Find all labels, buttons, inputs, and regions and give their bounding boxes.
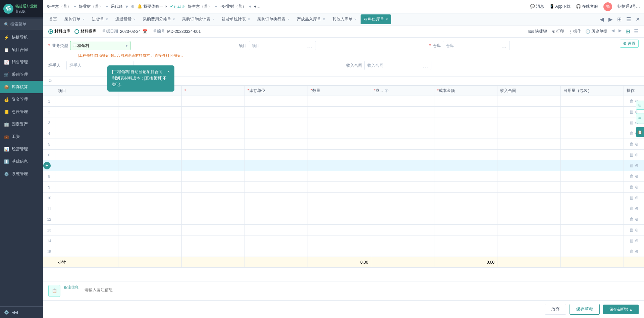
sidebar-item-salary[interactable]: 💼 工资 bbox=[0, 130, 43, 143]
radio-material-out[interactable]: 材料出库 bbox=[48, 29, 70, 34]
warehouse-input[interactable]: 仓库 … bbox=[443, 41, 510, 50]
list-view-btn[interactable]: ☰ bbox=[634, 28, 639, 35]
row-1-unit[interactable] bbox=[245, 96, 308, 107]
user-avatar[interactable]: 畅 bbox=[603, 2, 612, 11]
warehouse-dots-icon[interactable]: … bbox=[501, 42, 507, 49]
table-view-btn[interactable]: ⊞ bbox=[626, 28, 630, 35]
row-1-income-contract-input[interactable] bbox=[497, 96, 560, 106]
sidebar-item-system[interactable]: ⚙️ 系统管理 bbox=[0, 168, 43, 180]
row-1-cost-amount-input[interactable] bbox=[434, 96, 497, 106]
topbar-item-haoyecai2[interactable]: +好业财（普） bbox=[220, 4, 246, 9]
print-btn[interactable]: 🖨 打印 bbox=[551, 28, 564, 35]
topbar-app-download[interactable]: 📱 App下载 bbox=[549, 4, 571, 9]
tab-grid-view-btn[interactable]: ⊞ bbox=[616, 15, 623, 23]
sidebar-bottom[interactable]: ⚙️ ◀◀ bbox=[0, 306, 43, 318]
nav-next-btn[interactable]: ▶ bbox=[619, 28, 622, 35]
delete-row-6-icon[interactable]: 🗑 bbox=[629, 152, 634, 157]
topbar-message[interactable]: 💬 消息 bbox=[530, 4, 544, 9]
row-1-available-input[interactable] bbox=[561, 96, 624, 106]
topbar-dropdown-icon[interactable]: ▾ bbox=[125, 3, 128, 10]
right-tool-1[interactable]: ⊞ bbox=[636, 101, 644, 110]
tab-purchase-cost[interactable]: 采购费用分摊单× bbox=[140, 14, 178, 24]
discard-button[interactable]: 放弃 bbox=[545, 304, 566, 315]
tab-next-btn[interactable]: ▶ bbox=[607, 15, 614, 23]
right-tool-3[interactable]: 📋 bbox=[636, 127, 644, 137]
delete-row-9-icon[interactable]: 🗑 bbox=[629, 184, 634, 190]
row-2-project[interactable] bbox=[55, 107, 118, 117]
tab-material-out[interactable]: 材料出库单× bbox=[361, 14, 391, 24]
tooltip-close-btn[interactable]: × bbox=[167, 69, 170, 75]
topbar-item-more[interactable]: +… bbox=[254, 4, 260, 9]
tab-purchase-exec[interactable]: 采购订单执行表× bbox=[254, 14, 293, 24]
sidebar-item-fixed-assets[interactable]: 🏢 固定资产 bbox=[0, 118, 43, 130]
delete-row-7-icon[interactable]: 🗑 bbox=[629, 163, 634, 168]
save-draft-button[interactable]: 保存草稿 bbox=[570, 304, 600, 315]
close-tab-purchase-return[interactable]: × bbox=[133, 17, 136, 21]
row-7-project-input[interactable] bbox=[55, 160, 118, 171]
delete-row-8-icon[interactable]: 🗑 bbox=[629, 174, 634, 179]
sidebar-item-quick-nav[interactable]: ⚡ 快捷导航 bbox=[0, 31, 43, 44]
sidebar-item-inventory[interactable]: 📦 库存核算 bbox=[0, 81, 43, 93]
topbar-item-yidaizhang[interactable]: 易代账 bbox=[111, 4, 123, 9]
sidebar-item-sales[interactable]: 📈 销售管理 bbox=[0, 56, 43, 68]
project-input[interactable]: 项目 … bbox=[249, 41, 316, 50]
copy-row-11-icon[interactable]: ⊕ bbox=[635, 206, 639, 211]
close-tab-receive-stats[interactable]: × bbox=[248, 17, 250, 21]
topbar-item-haoshengyi[interactable]: 好生意（普） bbox=[47, 4, 71, 9]
delete-row-4-icon[interactable]: 🗑 bbox=[629, 131, 634, 136]
copy-row-12-icon[interactable]: ⊕ bbox=[635, 217, 639, 222]
delete-row-13-icon[interactable]: 🗑 bbox=[629, 227, 634, 232]
delete-row-14-icon[interactable]: 🗑 bbox=[629, 238, 634, 243]
project-dots-icon[interactable]: … bbox=[307, 42, 313, 49]
tab-other-in[interactable]: 其他入库单× bbox=[329, 14, 360, 24]
tab-purchase-receive[interactable]: 进货单× bbox=[89, 14, 111, 24]
sidebar-item-search[interactable]: 🔍 搜索菜单 bbox=[0, 19, 43, 30]
tab-finished-goods[interactable]: 产成品入库单× bbox=[293, 14, 328, 24]
close-tab-material-out[interactable]: × bbox=[386, 17, 388, 21]
copy-row-14-icon[interactable]: ⊕ bbox=[635, 238, 639, 243]
copy-row-13-icon[interactable]: ⊕ bbox=[635, 227, 639, 232]
close-tab-other-in[interactable]: × bbox=[355, 17, 357, 21]
delete-row-12-icon[interactable]: 🗑 bbox=[629, 217, 634, 222]
right-tool-2[interactable]: ✏ bbox=[636, 113, 644, 123]
row-1-cost-amount[interactable] bbox=[434, 96, 497, 107]
row-1-income-contract[interactable] bbox=[497, 96, 560, 107]
topbar-item-haoshengyi2[interactable]: 好生意（普） bbox=[188, 4, 212, 9]
copy-row-8-icon[interactable]: ⊕ bbox=[635, 174, 639, 179]
tab-list-view-btn[interactable]: ☰ bbox=[625, 15, 632, 23]
row-1-available[interactable] bbox=[560, 96, 624, 107]
user-name[interactable]: 畅捷通8号… bbox=[618, 4, 640, 9]
copy-row-9-icon[interactable]: ⊕ bbox=[635, 184, 639, 190]
settings-icon[interactable]: ⚙️ bbox=[4, 310, 9, 315]
copy-row-6-icon[interactable]: ⊕ bbox=[635, 152, 639, 157]
row-1-spec-input[interactable] bbox=[182, 96, 245, 106]
nav-prev-btn[interactable]: ◀ bbox=[611, 28, 614, 35]
sidebar-item-basic-info[interactable]: ℹ️ 基础信息 bbox=[0, 155, 43, 168]
row-7-material-input[interactable] bbox=[118, 160, 181, 171]
row-1-cost[interactable] bbox=[371, 96, 434, 107]
income-contract-dots-icon[interactable]: … bbox=[422, 62, 428, 69]
row-1-project[interactable] bbox=[55, 96, 118, 107]
delete-row-5-icon[interactable]: 🗑 bbox=[629, 142, 634, 147]
topbar-item-experience[interactable]: 🔔 我要体验一下 bbox=[137, 4, 167, 9]
cost-info-icon[interactable]: ⓘ bbox=[385, 89, 388, 93]
table-settings-icon[interactable]: ⚙ bbox=[48, 78, 52, 83]
row-1-material[interactable] bbox=[118, 96, 181, 107]
row-1-quantity-input[interactable] bbox=[308, 96, 371, 106]
business-type-input[interactable]: 工程领料 ▾ bbox=[70, 41, 130, 50]
history-btn[interactable]: 🕐 历史单据 bbox=[585, 28, 607, 35]
collapse-icon[interactable]: ◀◀ bbox=[12, 310, 18, 315]
close-tab-purchase-receive[interactable]: × bbox=[106, 17, 108, 21]
notes-input[interactable] bbox=[85, 285, 639, 295]
copy-row-10-icon[interactable]: ⊕ bbox=[635, 195, 639, 200]
tab-purchase-order[interactable]: 采购订单× bbox=[61, 14, 88, 24]
tab-home[interactable]: 首页 bbox=[46, 14, 60, 24]
delete-row-2-icon[interactable]: 🗑 bbox=[629, 109, 634, 114]
income-contract-input[interactable]: 收入合同 … bbox=[364, 61, 431, 70]
calendar-icon[interactable]: 📅 bbox=[143, 29, 148, 34]
copy-row-15-icon[interactable]: ⊕ bbox=[635, 249, 639, 254]
save-new-button[interactable]: 保存&新增 ▲ bbox=[603, 305, 639, 314]
delete-row-11-icon[interactable]: 🗑 bbox=[629, 206, 634, 211]
sidebar-item-purchase[interactable]: 🛒 采购管理 bbox=[0, 68, 43, 81]
tab-receive-stats[interactable]: 进货单统计表× bbox=[218, 14, 253, 24]
